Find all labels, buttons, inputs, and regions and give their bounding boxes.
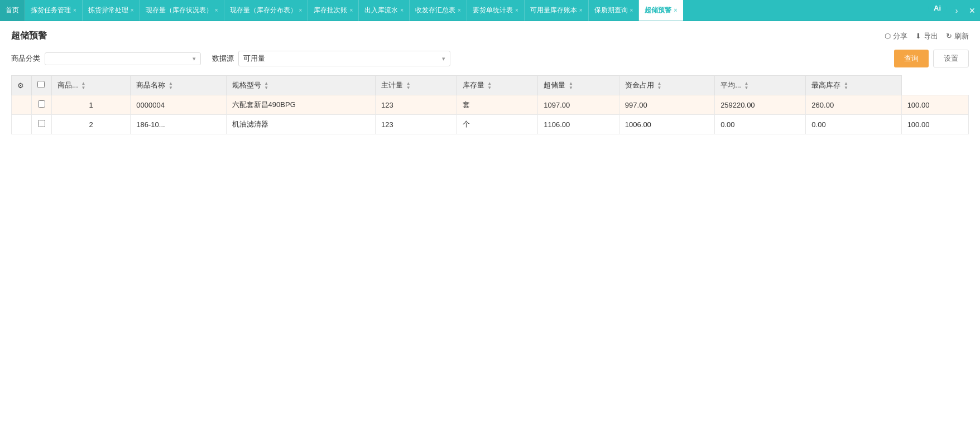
tab-close-icon[interactable]: ×: [400, 7, 403, 13]
nav-tab-9[interactable]: 可用量库存账本 ×: [525, 0, 589, 21]
tab-close-icon[interactable]: ×: [73, 7, 76, 13]
col-spec-model[interactable]: 规格型号 ▲▼: [226, 76, 376, 95]
tab-close-icon[interactable]: ×: [215, 7, 218, 13]
chevron-down-icon: ▾: [193, 55, 196, 62]
data-source-value: 可用量: [243, 54, 265, 64]
sort-icon-8: ▲▼: [744, 81, 749, 90]
col-product-name-label: 商品名称: [136, 81, 165, 89]
tab-close-icon[interactable]: ×: [299, 7, 302, 13]
spec-model-cell: 123: [376, 115, 457, 134]
col-spec-model-label: 规格型号: [232, 81, 261, 89]
spec-model-cell: 123: [376, 95, 457, 115]
sort-icon-6: ▲▼: [569, 81, 573, 90]
sort-icon-3: ▲▼: [264, 81, 268, 90]
col-max-stock-label: 最高库存: [811, 81, 840, 89]
nav-tab-label: 保质期查询: [594, 6, 628, 15]
over-storage-cell: 1006.00: [619, 115, 714, 134]
page-content: 超储预警 ⬡ 分享 ⬇ 导出 ↻ 刷新 商品分类 ▾ 数据源: [0, 21, 980, 446]
stock-qty-cell: 1106.00: [538, 115, 619, 134]
chevron-down-icon-2: ▾: [442, 55, 445, 62]
col-stock-qty[interactable]: 库存量 ▲▼: [457, 76, 538, 95]
tab-close-icon[interactable]: ×: [515, 7, 518, 13]
col-avg[interactable]: 平均... ▲▼: [715, 76, 806, 95]
tab-close-icon[interactable]: ×: [131, 7, 134, 13]
row-checkbox[interactable]: [38, 100, 45, 108]
capital-use-cell: 259220.00: [715, 95, 806, 115]
settings-button[interactable]: 设置: [933, 50, 969, 67]
nav-tab-label: 拣货任务管理: [31, 6, 71, 15]
share-button[interactable]: ⬡ 分享: [885, 31, 907, 41]
nav-tab-7[interactable]: 收发存汇总表 ×: [410, 0, 467, 21]
col-over-storage-label: 超储量: [544, 81, 565, 89]
product-code-cell: 186-10...: [131, 115, 226, 134]
nav-tab-label: 收发存汇总表: [415, 6, 455, 15]
tab-close-icon[interactable]: ×: [458, 7, 461, 13]
data-source-filter: 数据源 可用量 ▾: [212, 51, 450, 66]
col-over-storage[interactable]: 超储量 ▲▼: [538, 76, 619, 95]
col-product-code[interactable]: 商品... ▲▼: [52, 76, 131, 95]
col-max-stock[interactable]: 最高库存 ▲▼: [806, 76, 901, 95]
product-code-cell: 0000004: [131, 95, 226, 115]
nav-tab-4[interactable]: 现存量（库存分布表） ×: [224, 0, 309, 21]
col-main-unit[interactable]: 主计量 ▲▼: [376, 76, 457, 95]
row-num-cell: 1: [52, 95, 131, 115]
sort-icon-5: ▲▼: [487, 81, 492, 90]
settings-cell: [12, 95, 32, 115]
nav-tab-6[interactable]: 出入库流水 ×: [359, 0, 410, 21]
col-capital-use-label: 资金占用: [625, 81, 654, 89]
nav-next-button[interactable]: ›: [949, 0, 964, 21]
nav-tab-1[interactable]: 拣货任务管理 ×: [25, 0, 83, 21]
nav-tab-0[interactable]: 首页: [0, 0, 25, 21]
capital-use-cell: 0.00: [715, 115, 806, 134]
nav-tab-3[interactable]: 现存量（库存状况表） ×: [140, 0, 224, 21]
col-capital-use[interactable]: 资金占用 ▲▼: [619, 76, 714, 95]
settings-col-header: ⚙: [12, 76, 32, 95]
tab-close-icon[interactable]: ×: [579, 7, 583, 13]
nav-tab-label: 要货单统计表: [473, 6, 513, 15]
tab-close-icon[interactable]: ×: [630, 7, 633, 13]
col-product-code-label: 商品...: [57, 81, 78, 89]
gear-icon[interactable]: ⚙: [17, 81, 24, 90]
nav-tab-2[interactable]: 拣货异常处理 ×: [83, 0, 140, 21]
checkbox-col-header: [32, 76, 52, 95]
top-nav: 首页拣货任务管理 ×拣货异常处理 ×现存量（库存状况表） ×现存量（库存分布表）…: [0, 0, 980, 21]
nav-tab-label: 超储预警: [645, 6, 671, 15]
col-avg-label: 平均...: [720, 81, 741, 89]
col-stock-qty-label: 库存量: [463, 81, 484, 89]
tab-close-icon[interactable]: ×: [349, 7, 353, 13]
table-row: 2186-10...机油滤清器123个1106.001006.000.000.0…: [12, 115, 969, 134]
product-category-select[interactable]: ▾: [45, 52, 201, 65]
select-all-checkbox[interactable]: [37, 81, 45, 88]
row-checkbox[interactable]: [38, 120, 45, 127]
nav-close-button[interactable]: ✕: [964, 0, 980, 21]
stock-qty-cell: 1097.00: [538, 95, 619, 115]
product-name-cell: 六配套新昌490BPG: [226, 95, 376, 115]
col-product-name[interactable]: 商品名称 ▲▼: [131, 76, 226, 95]
nav-tab-11[interactable]: 超储预警 ×: [639, 0, 683, 21]
nav-tab-label: 出入库流水: [364, 6, 398, 15]
sort-icon-4: ▲▼: [406, 81, 411, 90]
tab-close-icon[interactable]: ×: [674, 7, 677, 13]
nav-tab-5[interactable]: 库存批次账 ×: [308, 0, 359, 21]
refresh-button[interactable]: ↻ 刷新: [946, 31, 969, 41]
settings-cell: [12, 115, 32, 134]
over-storage-cell: 997.00: [619, 95, 714, 115]
share-icon: ⬡: [885, 32, 891, 40]
main-unit-cell: 个: [457, 115, 538, 134]
nav-tab-10[interactable]: 保质期查询 ×: [589, 0, 640, 21]
nav-tab-label: 拣货异常处理: [88, 6, 128, 15]
main-unit-cell: 套: [457, 95, 538, 115]
max-stock-cell: 100.00: [901, 95, 968, 115]
export-button[interactable]: ⬇ 导出: [915, 31, 938, 41]
avg-cell: 260.00: [806, 95, 901, 115]
nav-tab-8[interactable]: 要货单统计表 ×: [467, 0, 525, 21]
nav-tab-label: 库存批次账: [314, 6, 347, 15]
avg-cell: 0.00: [806, 115, 901, 134]
ai-badge: Ai: [928, 3, 947, 13]
data-source-select[interactable]: 可用量 ▾: [238, 51, 450, 66]
checkbox-cell: [32, 115, 52, 134]
query-button[interactable]: 查询: [894, 50, 929, 67]
export-icon: ⬇: [915, 32, 921, 40]
product-category-label: 商品分类: [11, 54, 40, 64]
checkbox-cell: [32, 95, 52, 115]
